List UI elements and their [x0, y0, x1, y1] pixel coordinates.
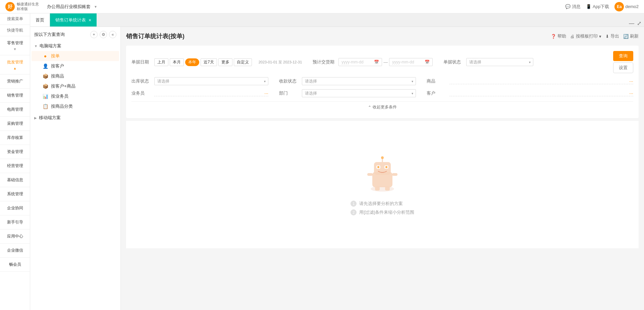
svg-rect-11 [375, 187, 380, 191]
date-btn-custom[interactable]: 自定义 [234, 58, 252, 66]
panel-item-by-salesperson[interactable]: 📊 按业务员 [32, 91, 119, 101]
top-bar-left: 好 畅捷通好生意 标准版 办公用品行业模拟账套 ▾ [5, 2, 97, 11]
app-download-action[interactable]: 📱 App下载 [586, 4, 609, 10]
salesperson-input[interactable] [154, 91, 263, 96]
panel-group-mobile-header[interactable]: ▶ 移动端方案 [30, 113, 120, 123]
top-bar: 好 畅捷通好生意 标准版 办公用品行业模拟账套 ▾ 💬 消息 📱 App下载 E… [0, 0, 644, 13]
panel-item-by-order[interactable]: ● 按单 [32, 51, 119, 61]
sidebar-item-member[interactable]: 畅会员 [0, 258, 30, 272]
by-goods-icon: 📦 [42, 73, 48, 79]
message-action[interactable]: 💬 消息 [565, 4, 581, 10]
salesperson-ellipsis-btn[interactable]: ··· [264, 91, 268, 96]
filter-row-1: 单据日期 上月 本月 本年 近7天 更多 自定义 2023-01-01 至 20… [131, 51, 633, 73]
svg-point-6 [385, 166, 387, 168]
panel-item-by-category[interactable]: 📋 按商品分类 [32, 101, 119, 111]
tab-minimize-btn[interactable]: — [629, 20, 634, 27]
content-area: 首页 销售订单统计表 × — ⤢ 按以下方案查询 + ⚙ « [30, 13, 644, 310]
status-label: 单据状态 [443, 59, 462, 65]
out-status-select[interactable]: 请选择 [154, 77, 268, 85]
sidebar-item-ecommerce[interactable]: 电商管理 [0, 103, 30, 117]
group-expand-icon: ▼ [34, 44, 38, 48]
date-btn-last-month[interactable]: 上月 [154, 58, 168, 66]
panel-group-desktop-header[interactable]: ▼ 电脑端方案 [30, 41, 120, 51]
sidebar-item-finance[interactable]: 资金管理 [0, 145, 30, 159]
panel-collapse-btn[interactable]: « [109, 31, 116, 38]
sidebar-item-operations[interactable]: 经营管理 [0, 159, 30, 173]
status-select[interactable]: 请选择 [466, 58, 533, 66]
top-bar-right: 💬 消息 📱 App下载 Ea demo2 [565, 2, 639, 11]
tab-bar-actions: — ⤢ [626, 20, 644, 27]
content-with-panel: 按以下方案查询 + ⚙ « ▼ 电脑端方案 ● 按单 [30, 27, 644, 310]
sidebar-item-system[interactable]: 系统管理 [0, 187, 30, 201]
sidebar-search[interactable]: 搜索菜单 [0, 13, 30, 25]
out-status-label: 出库状态 [131, 78, 150, 84]
department-select-wrap: 请选择 ▾ [302, 89, 416, 97]
svg-rect-10 [392, 173, 397, 176]
download-icon: 📱 [586, 4, 591, 9]
by-category-icon: 📋 [42, 104, 48, 109]
refresh-link[interactable]: 🔄 刷新 [623, 33, 639, 39]
sidebar-item-purchase[interactable]: 采购管理 [0, 117, 30, 131]
sidebar-quick-nav[interactable]: 快捷导航 [0, 25, 30, 36]
tab-sales-stats[interactable]: 销售订单统计表 × [50, 13, 97, 27]
print-link[interactable]: 🖨 按模板打印 ▾ [570, 33, 601, 39]
payment-status-select[interactable]: 请选择 [302, 77, 416, 85]
sidebar-item-inventory[interactable]: 库存核算 [0, 131, 30, 145]
sidebar-item-newbie[interactable]: 新手引导 [0, 215, 30, 229]
help-icon: ❓ [551, 34, 556, 39]
app-title-dropdown-icon[interactable]: ▾ [95, 4, 97, 9]
date-to-input[interactable]: yyyy-mm-dd 📅 [389, 58, 433, 66]
sidebar-item-enterprise[interactable]: 企业协同 [0, 201, 30, 215]
panel-settings-btn[interactable]: ⚙ [100, 31, 107, 38]
payment-status-select-wrap: 请选择 ▾ [302, 77, 416, 85]
query-btn[interactable]: 查询 [613, 51, 633, 61]
sidebar-item-marketing[interactable]: 营销推广 [0, 74, 30, 89]
settings-btn[interactable]: 设置 [613, 62, 633, 73]
salesperson-label: 业务员 [131, 90, 150, 96]
main-layout: 搜索菜单 快捷导航 零售管理 ▼ 批发管理 ▲ 营销推广 销售管理 电商管理 采… [0, 13, 644, 310]
collapse-bar[interactable]: ⌃ 收起更多条件 [131, 101, 633, 113]
left-panel: 按以下方案查询 + ⚙ « ▼ 电脑端方案 ● 按单 [30, 27, 121, 310]
by-customer-goods-icon: 📦 [42, 84, 48, 89]
date-btn-this-year[interactable]: 本年 [185, 58, 199, 66]
page-header: 销售订单统计表(按单) ❓ 帮助 🖨 按模板打印 ▾ ⬇ [126, 32, 639, 40]
department-label: 部门 [279, 90, 298, 96]
goods-ellipsis-btn[interactable]: ··· [629, 79, 633, 84]
svg-point-5 [377, 166, 379, 168]
sidebar-item-sales[interactable]: 销售管理 [0, 89, 30, 103]
department-select[interactable]: 请选择 [302, 89, 416, 97]
panel-add-btn[interactable]: + [90, 31, 98, 38]
panel-item-by-customer[interactable]: 👤 按客户 [32, 61, 119, 71]
user-area[interactable]: Ea demo2 [614, 2, 639, 11]
goods-input[interactable] [449, 79, 628, 84]
tab-home[interactable]: 首页 [30, 13, 50, 27]
tab-maximize-btn[interactable]: ⤢ [637, 20, 641, 27]
filter-row-3: 业务员 ··· 部门 请选择 ▾ 客户 [131, 89, 633, 97]
date-from-input[interactable]: yyyy-mm-dd 📅 [338, 58, 382, 66]
panel-item-by-goods[interactable]: 📦 按商品 [32, 71, 119, 81]
customer-ellipsis-btn[interactable]: ··· [629, 91, 633, 96]
sidebar-item-apps[interactable]: 应用中心 [0, 229, 30, 244]
date-btn-more[interactable]: 更多 [218, 58, 232, 66]
left-panel-header: 按以下方案查询 + ⚙ « [30, 31, 120, 41]
help-link[interactable]: ❓ 帮助 [551, 33, 566, 39]
filter-row-2: 出库状态 请选择 ▾ 收款状态 请选择 ▾ [131, 77, 633, 85]
sidebar-item-wholesale[interactable]: 批发管理 ▲ [0, 55, 30, 74]
sidebar-item-basics[interactable]: 基础信息 [0, 173, 30, 187]
print-dropdown-icon: ▾ [599, 34, 601, 39]
date-btn-last-7-days[interactable]: 近7天 [201, 58, 217, 66]
sidebar-item-wechat[interactable]: 企业微信 [0, 244, 30, 258]
sidebar-item-retail[interactable]: 零售管理 ▼ [0, 36, 30, 55]
date-filter-buttons: 上月 本月 本年 近7天 更多 自定义 [154, 58, 252, 66]
sidebar: 搜索菜单 快捷导航 零售管理 ▼ 批发管理 ▲ 营销推广 销售管理 电商管理 采… [0, 13, 30, 310]
svg-point-8 [381, 156, 384, 159]
panel-item-by-customer-goods[interactable]: 📦 按客户+商品 [32, 81, 119, 91]
customer-input[interactable] [449, 91, 628, 96]
export-link[interactable]: ⬇ 导出 [605, 33, 619, 39]
main-content: 销售订单统计表(按单) ❓ 帮助 🖨 按模板打印 ▾ ⬇ [121, 27, 644, 310]
wholesale-arrow-icon: ▲ [13, 66, 17, 70]
page-title: 销售订单统计表(按单) [126, 32, 184, 40]
date-btn-this-month[interactable]: 本月 [170, 58, 184, 66]
tab-close-icon[interactable]: × [89, 17, 91, 23]
refresh-icon: 🔄 [623, 34, 629, 39]
